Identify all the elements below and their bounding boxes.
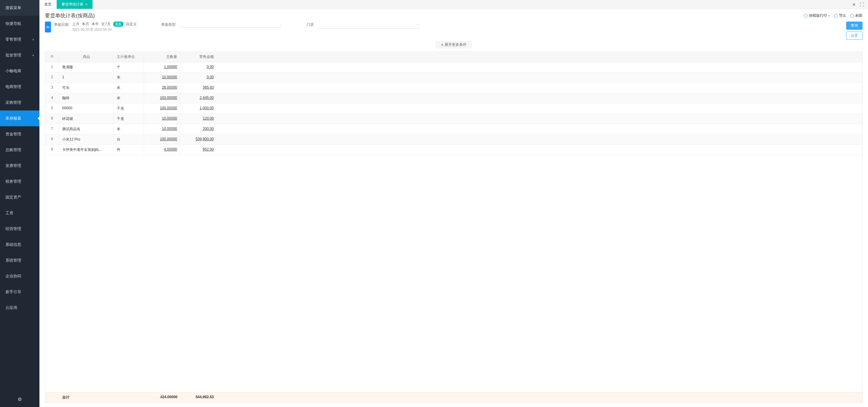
sidebar-item-13[interactable]: 工资	[0, 205, 39, 221]
column-settings[interactable]: ⚙	[45, 52, 59, 62]
col-qty[interactable]: 主数量	[144, 52, 181, 62]
sidebar-item-label: 税务管理	[5, 179, 21, 184]
table-row[interactable]: 3可乐米26.00000365.63	[45, 83, 862, 93]
cell-amount[interactable]: 365.63	[181, 83, 217, 93]
cell-qty[interactable]: 10.00000	[144, 72, 181, 83]
sidebar-item-5[interactable]: 电商管理	[0, 79, 39, 95]
col-unit[interactable]: 主计量单位	[114, 52, 144, 62]
cell-product: 测试商品名	[59, 124, 114, 134]
sidebar-item-4[interactable]: 小畅电商	[0, 63, 39, 79]
date-this-month[interactable]: 本月	[82, 22, 89, 27]
table-header: ⚙ 商品 主计量单位 主数量 零售金额	[45, 52, 862, 62]
query-button[interactable]: 查询	[846, 22, 863, 30]
cell-amount[interactable]: 1,000.00	[181, 104, 217, 114]
sidebar-item-1[interactable]: 快捷导航	[0, 16, 39, 32]
date-filter: 单据日期 上月 本月 本年 近7天 更多 自定义 2021-09-20 至 20…	[54, 22, 137, 32]
cell-qty[interactable]: 26.00000	[144, 83, 181, 93]
row-index: 3	[45, 83, 59, 93]
sidebar-item-15[interactable]: 基础信息	[0, 237, 39, 253]
bill-type-select[interactable]: ⌄	[179, 22, 282, 28]
sidebar-item-10[interactable]: 发票管理	[0, 158, 39, 174]
table-row[interactable]: 7测试商品名米10.00000200.00	[45, 124, 862, 135]
sidebar-item-17[interactable]: 企业协同	[0, 268, 39, 284]
sidebar-item-16[interactable]: 系统管理	[0, 253, 39, 268]
cell-unit: 米	[114, 93, 144, 103]
col-product[interactable]: 商品	[59, 52, 114, 62]
store-select[interactable]: ⋯	[317, 22, 421, 29]
sidebar-item-label: 新手引导	[5, 289, 21, 295]
cell-amount[interactable]: 539,900.00	[181, 135, 217, 144]
sidebar-item-8[interactable]: 资金管理	[0, 126, 39, 142]
sidebar-item-18[interactable]: 新手引导	[0, 284, 39, 300]
date-last7[interactable]: 近7天	[101, 22, 111, 27]
cell-amount[interactable]: 200.00	[181, 124, 217, 134]
table-row[interactable]: 500000千克100.000001,000.00	[45, 104, 862, 114]
cell-qty[interactable]: 4.00000	[144, 145, 181, 155]
sidebar-item-14[interactable]: 经营管理	[0, 221, 39, 237]
cell-amount[interactable]: 0.00	[181, 72, 217, 83]
cell-amount[interactable]: 2,445.00	[181, 93, 217, 103]
sidebar-item-7[interactable]: 库存核算	[0, 111, 39, 126]
tab-bar-right: ✕ ⛶	[848, 0, 868, 9]
print-by-template-button[interactable]: 按模版打印 ▾	[804, 13, 830, 18]
close-icon[interactable]: ✕	[85, 3, 88, 6]
sidebar-item-label: 企业协同	[5, 273, 21, 279]
table-row[interactable]: 9卡伊美中老年女装妈妈...件4.00000952.00	[45, 145, 862, 155]
cell-product: 小米12 Pro	[59, 135, 114, 144]
page-header: 要货单统计表(按商品) 按模版打印 ▾ 导出 刷新	[39, 9, 868, 22]
sidebar-item-19[interactable]: 云应用	[0, 300, 39, 316]
sidebar-item-11[interactable]: 税务管理	[0, 174, 39, 190]
date-more-badge[interactable]: 更多	[113, 22, 123, 27]
table-row[interactable]: 1奥满隆个1.000000.00	[45, 62, 862, 72]
tab-1[interactable]: 要货单统计表✕	[57, 0, 93, 9]
sidebar-item-label: 电商管理	[5, 84, 21, 90]
sidebar-item-12[interactable]: 固定资产	[0, 190, 39, 205]
filter-settings-button[interactable]: 设置	[846, 32, 863, 40]
page-actions: 按模版打印 ▾ 导出 刷新	[804, 13, 863, 18]
sidebar-item-2[interactable]: 零售管理▾	[0, 32, 39, 47]
expand-more-label: 展开更多条件	[445, 42, 466, 47]
sidebar-item-0[interactable]: 搜索菜单	[0, 0, 39, 16]
cell-qty[interactable]: 100.00000	[144, 104, 181, 114]
sidebar-item-label: 快捷导航	[5, 21, 21, 26]
collapse-filter-handle[interactable]: ≫	[45, 22, 51, 32]
table-row[interactable]: 6碎花裙千克10.00000120.00	[45, 114, 862, 124]
expand-more-filters[interactable]: ≡ 展开更多条件	[436, 41, 472, 49]
sidebar-item-label: 资金管理	[5, 132, 21, 137]
row-index: 5	[45, 104, 59, 114]
cell-qty[interactable]: 100.00000	[144, 135, 181, 144]
row-index: 1	[45, 62, 59, 72]
table-row[interactable]: 8小米12 Pro台100.00000539,900.00	[45, 135, 862, 145]
tab-label: 要货单统计表	[62, 2, 84, 7]
cell-qty[interactable]: 1.00000	[144, 62, 181, 72]
tab-label: 首页	[44, 2, 52, 7]
sidebar-item-6[interactable]: 采购管理	[0, 95, 39, 111]
sidebar-item-9[interactable]: 总账管理	[0, 142, 39, 158]
sidebar-item-label: 批发管理	[5, 53, 21, 58]
print-icon	[804, 14, 808, 18]
sidebar-item-label: 基础信息	[5, 242, 21, 248]
export-button[interactable]: 导出	[834, 13, 846, 18]
date-last-month[interactable]: 上月	[72, 22, 80, 27]
cell-unit: 个	[114, 62, 144, 72]
chevron-down-icon: ▾	[32, 54, 34, 57]
cell-amount[interactable]: 120.00	[181, 114, 217, 124]
fullscreen-icon[interactable]: ⛶	[859, 2, 865, 8]
table-row[interactable]: 4咖啡米163.000002,445.00	[45, 93, 862, 104]
refresh-button[interactable]: 刷新	[850, 13, 863, 18]
close-all-tabs-icon[interactable]: ✕	[851, 2, 857, 8]
cell-qty[interactable]: 10.00000	[144, 124, 181, 134]
cell-product: 1	[59, 72, 114, 83]
table-row[interactable]: 21米10.000000.00	[45, 72, 862, 83]
date-this-year[interactable]: 本年	[92, 22, 99, 27]
cell-amount[interactable]: 0.00	[181, 62, 217, 72]
sidebar-item-3[interactable]: 批发管理▾	[0, 47, 39, 63]
tab-0[interactable]: 首页	[39, 0, 57, 9]
cell-qty[interactable]: 163.00000	[144, 93, 181, 103]
settings-gear-icon[interactable]: ⚙	[18, 397, 22, 402]
col-amount[interactable]: 零售金额	[181, 52, 217, 62]
date-custom[interactable]: 自定义	[126, 22, 137, 27]
cell-qty[interactable]: 10.00000	[144, 114, 181, 124]
cell-amount[interactable]: 952.00	[181, 145, 217, 155]
tab-bar: 首页要货单统计表✕ ✕ ⛶	[39, 0, 868, 9]
